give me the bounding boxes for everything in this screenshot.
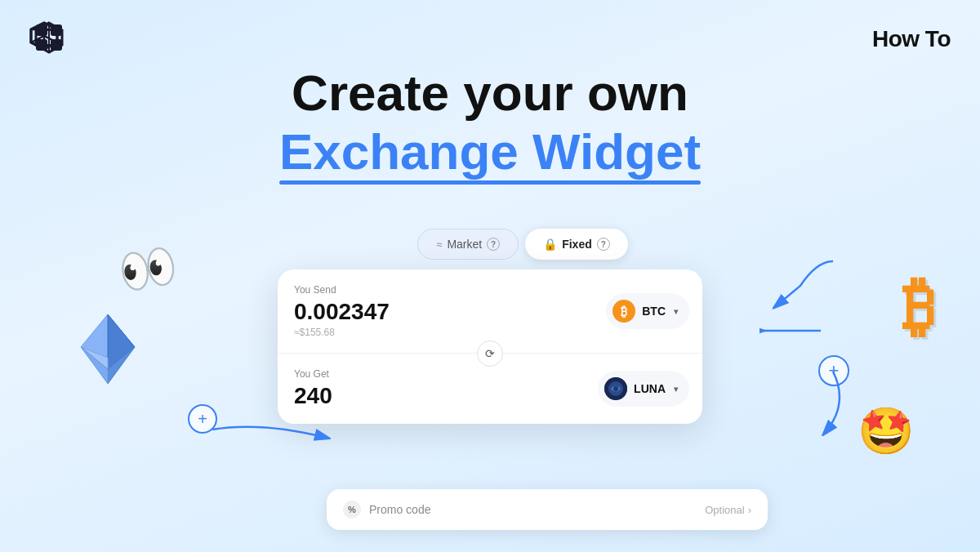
ethereum-decoration [74, 310, 143, 388]
bitcoin-decoration: ₿ [902, 269, 935, 345]
exchange-widget-card: You Send 0.002347 ≈$155.68 ₿ BTC ▾ ⟳ You… [278, 269, 702, 424]
btc-icon: ₿ [612, 300, 635, 323]
swap-button[interactable]: ⟳ [477, 341, 503, 367]
promo-label: Promo code [369, 503, 430, 516]
send-currency-label: BTC [642, 305, 666, 318]
star-decoration: 🤩 [858, 404, 915, 458]
widget-area: ≈ Market ? 🔒 Fixed ? You Send 0.002347 ≈… [278, 229, 702, 424]
promo-bar[interactable]: % Promo code Optional › [327, 489, 768, 530]
rate-buttons: ≈ Market ? 🔒 Fixed ? [343, 229, 702, 260]
eyes-decoration: 👀 [114, 236, 182, 300]
promo-optional[interactable]: Optional › [705, 504, 751, 516]
percent-icon: % [343, 501, 361, 519]
get-currency-label: LUNA [634, 382, 666, 395]
optional-text: Optional [705, 504, 744, 516]
send-currency-button[interactable]: ₿ BTC ▾ [606, 293, 689, 329]
get-currency-chevron: ▾ [674, 385, 678, 394]
bitcoin-symbol: ₿ [902, 270, 935, 343]
title-line2: Exchange Widget [279, 124, 701, 180]
market-rate-button[interactable]: ≈ Market ? [417, 229, 519, 260]
arrow-1 [751, 253, 849, 318]
tilde-icon: ≈ [436, 238, 442, 251]
promo-left: % Promo code [343, 501, 430, 519]
promo-chevron: › [748, 504, 751, 516]
fixed-rate-button[interactable]: 🔒 Fixed ? [525, 229, 628, 260]
send-currency-chevron: ▾ [674, 307, 678, 316]
svg-point-15 [613, 386, 618, 391]
how-to-label: How To [872, 26, 951, 52]
logo-container [23, 15, 65, 60]
market-label: Market [447, 238, 482, 251]
fixed-help-icon[interactable]: ? [597, 238, 610, 251]
title-line1: Create your own [0, 65, 980, 121]
arrow-2 [196, 413, 359, 462]
luna-icon [604, 377, 627, 400]
title-section: Create your own Exchange Widget [0, 65, 980, 180]
lock-icon: 🔒 [543, 238, 557, 251]
market-help-icon[interactable]: ? [487, 238, 500, 251]
fixed-label: Fixed [562, 238, 592, 251]
arrow-left [760, 318, 825, 343]
get-currency-button[interactable]: LUNA ▾ [598, 371, 689, 407]
